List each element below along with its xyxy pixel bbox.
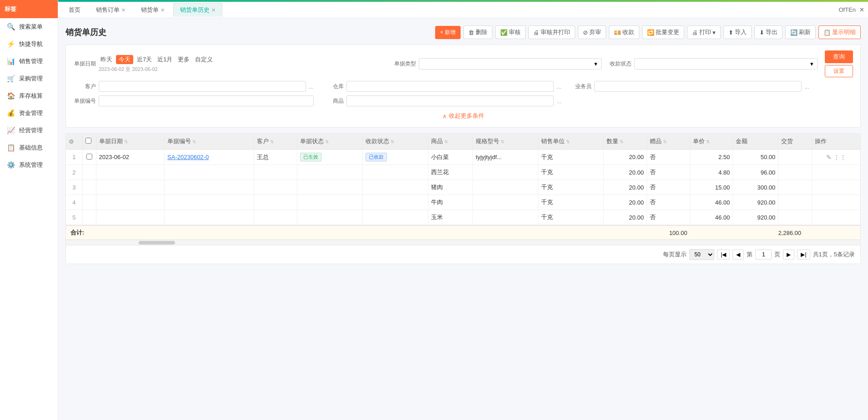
sidebar-item-finance[interactable]: 💰 资金管理	[0, 105, 58, 122]
print-icon: 🖨	[692, 29, 698, 36]
sidebar-item-operations[interactable]: 📈 经营管理	[0, 122, 58, 139]
cell-paymentstatus-1	[362, 165, 428, 180]
cell-check-3[interactable]	[82, 195, 96, 210]
order-no-input[interactable]	[99, 95, 314, 106]
first-page-btn[interactable]: |◀	[717, 250, 730, 260]
cell-check-4[interactable]	[82, 210, 96, 225]
goods-input[interactable]	[346, 95, 554, 106]
close-tab-sales-delivery[interactable]: ✕	[161, 7, 165, 13]
staff-more-btn[interactable]: ...	[804, 83, 809, 90]
cell-check-1[interactable]	[82, 165, 96, 180]
shortcut-1month[interactable]: 近1月	[156, 55, 174, 64]
shortcut-more[interactable]: 更多	[176, 55, 191, 64]
print-button[interactable]: 🖨 打印 ▾	[687, 25, 721, 39]
sidebar-item-quick-nav[interactable]: ⚡ 快捷导航	[0, 35, 58, 53]
order-no-link[interactable]: SA-20230602-0	[167, 154, 209, 160]
last-page-btn[interactable]: ▶|	[797, 250, 810, 260]
table-container: ⚙ 单据日期 ⇅ 单据编号	[65, 133, 861, 264]
page-number-input[interactable]	[755, 250, 772, 260]
collect-button[interactable]: 💴 收款	[609, 25, 639, 39]
shortcut-7days[interactable]: 近7天	[135, 55, 154, 64]
show-detail-button[interactable]: 📋 显示明细	[818, 25, 861, 39]
payment-status-select[interactable]: ▾	[634, 58, 818, 70]
query-button[interactable]: 查询	[825, 50, 853, 63]
cell-action-0: ✎ ⋮⋮	[812, 150, 860, 165]
th-action: 操作	[812, 134, 860, 150]
th-unit[interactable]: 销售单位 ⇅	[538, 134, 604, 150]
th-amount[interactable]: 金额	[733, 134, 778, 150]
row-checkbox[interactable]	[86, 154, 92, 160]
th-qty[interactable]: 数量 ⇅	[604, 134, 647, 150]
th-customer[interactable]: 客户 ⇅	[254, 134, 297, 150]
cell-orderno-2[interactable]	[165, 180, 254, 195]
prev-page-btn[interactable]: ◀	[733, 250, 744, 260]
tab-sales-order[interactable]: 销售订单 ✕	[89, 3, 132, 17]
th-date[interactable]: 单据日期 ⇅	[96, 134, 165, 150]
tab-sales-history[interactable]: 销货单历史 ✕	[173, 3, 222, 17]
th-order-status[interactable]: 单据状态 ⇅	[297, 134, 362, 150]
th-unit-price[interactable]: 单价 ⇅	[690, 134, 733, 150]
money-icon: 💰	[7, 109, 15, 117]
abandon-button[interactable]: ⊘ 弃审	[578, 25, 606, 39]
type-label: 单据类型	[393, 60, 416, 68]
cell-amount-1: 96.00	[733, 165, 778, 180]
cell-check-0[interactable]	[82, 150, 96, 165]
sidebar-item-inventory[interactable]: 🏠 库存核算	[0, 87, 58, 105]
import-button[interactable]: ⬆ 导入	[723, 25, 752, 39]
shortcut-yesterday[interactable]: 昨天	[99, 55, 114, 64]
more-action-btn[interactable]: ⋮⋮	[833, 154, 846, 161]
collapse-btn[interactable]: ∧ 收起更多条件	[73, 110, 853, 122]
th-gear[interactable]: ⚙	[66, 134, 82, 150]
batch-change-button[interactable]: 🔁 批量变更	[642, 25, 684, 39]
close-tab-sales-order[interactable]: ✕	[121, 7, 125, 13]
table-row: 4 牛肉 千克 20.00 否 46.00 920.00	[66, 195, 860, 210]
page-title: 销货单历史	[65, 27, 106, 38]
close-window-btn[interactable]: ✕	[859, 6, 864, 13]
customer-input[interactable]	[99, 81, 306, 92]
filter-row-1: 单据日期 昨天 今天 近7天 近1月 更多 自定义 2023-06-02 至 2…	[73, 50, 853, 77]
sidebar-item-sales[interactable]: 📊 销售管理	[0, 53, 58, 70]
cell-orderno-3[interactable]	[165, 195, 254, 210]
type-select[interactable]: ▾	[419, 58, 602, 70]
warehouse-input[interactable]	[346, 81, 554, 92]
cell-check-2[interactable]	[82, 180, 96, 195]
th-checkbox[interactable]	[82, 134, 96, 150]
edit-action-btn[interactable]: ✎	[826, 154, 832, 161]
cell-paymentstatus-4	[362, 210, 428, 225]
warehouse-more-btn[interactable]: ...	[557, 83, 562, 90]
sidebar-item-basic-info[interactable]: 📋 基础信息	[0, 139, 58, 156]
new-button[interactable]: + 新增	[435, 26, 461, 39]
cell-orderno-1[interactable]	[165, 165, 254, 180]
select-all-checkbox[interactable]	[85, 138, 91, 144]
shortcut-today[interactable]: 今天	[116, 55, 133, 64]
gear-settings-icon[interactable]: ⚙	[69, 138, 74, 145]
staff-input[interactable]	[594, 81, 802, 92]
refresh-button[interactable]: 🔄 刷新	[785, 25, 816, 39]
th-payment-status[interactable]: 收款状态 ⇅	[362, 134, 428, 150]
tab-sales-delivery[interactable]: 销货单 ✕	[134, 3, 171, 17]
export-button[interactable]: ⬇ 导出	[754, 25, 783, 39]
tab-home[interactable]: 首页	[62, 3, 87, 17]
filter-warehouse: 仓库 ...	[321, 81, 562, 92]
scrollbar-thumb[interactable]	[139, 241, 175, 245]
delete-button[interactable]: 🗑 删除	[463, 25, 492, 39]
th-gift[interactable]: 赠品 ⇅	[647, 134, 690, 150]
sidebar-item-search-menu[interactable]: 🔍 搜索菜单	[0, 18, 58, 35]
customer-more-btn[interactable]: ...	[309, 83, 314, 90]
sidebar-item-purchase[interactable]: 🛒 采购管理	[0, 70, 58, 87]
per-page-select[interactable]: 50 100 200	[689, 249, 714, 260]
goods-more-btn[interactable]: ...	[557, 98, 562, 105]
th-goods[interactable]: 商品 ⇅	[428, 134, 472, 150]
th-order-no[interactable]: 单据编号 ⇅	[165, 134, 254, 150]
audit-print-button[interactable]: 🖨 审核并打印	[528, 25, 575, 39]
cell-orderno-4[interactable]	[165, 210, 254, 225]
audit-button[interactable]: ✅ 审核	[495, 25, 526, 39]
settings-button[interactable]: 设置	[825, 65, 853, 77]
sidebar-item-system[interactable]: ⚙️ 系统管理	[0, 156, 58, 174]
cell-orderno-0[interactable]: SA-20230602-0	[165, 150, 254, 165]
shortcut-custom[interactable]: 自定义	[193, 55, 215, 64]
close-tab-sales-history[interactable]: ✕	[211, 7, 216, 13]
cell-action-2	[812, 180, 860, 195]
th-spec[interactable]: 规格型号 ⇅	[473, 134, 538, 150]
next-page-btn[interactable]: ▶	[783, 250, 794, 260]
